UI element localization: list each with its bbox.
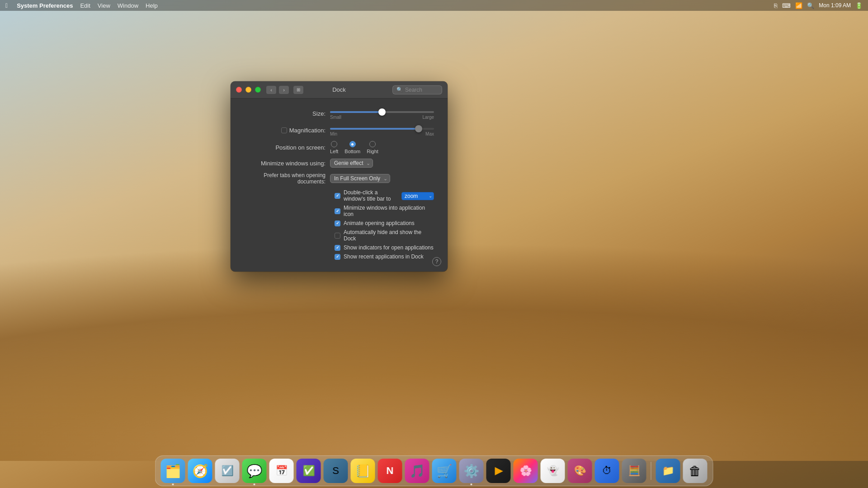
screen-mirroring-icon[interactable]: ⎘: [774, 2, 778, 9]
dock-item-appstore[interactable]: 🛒: [432, 459, 457, 483]
dock-item-affinity[interactable]: 🎨: [568, 459, 592, 483]
menubar-window[interactable]: Window: [118, 2, 138, 9]
position-left-option[interactable]: Left: [330, 141, 338, 154]
apple-menu[interactable]: : [5, 2, 8, 9]
maximize-button[interactable]: [255, 87, 261, 93]
affinity-icon: 🎨: [574, 465, 586, 477]
magnification-slider-track: [330, 128, 434, 130]
auto-hide-label: Automatically hide and show the Dock: [344, 229, 434, 242]
size-row: Size: Small Large: [244, 108, 434, 120]
position-right-label: Right: [367, 149, 378, 154]
size-slider-thumb[interactable]: [378, 108, 386, 116]
minimize-control: Genie effect Scale effect: [330, 159, 434, 168]
messages-dot: [254, 483, 255, 485]
search-input[interactable]: [405, 87, 441, 93]
magnification-slider-thumb[interactable]: [415, 125, 422, 132]
dock-item-calendar[interactable]: 📅: [269, 459, 294, 483]
show-recent-label: Show recent applications in Dock: [344, 253, 424, 260]
search-box[interactable]: 🔍: [392, 85, 442, 94]
magnification-max-label: Max: [425, 131, 434, 136]
prefer-tabs-select-wrapper: Always In Full Screen Only Manually: [330, 174, 390, 183]
position-bottom-option[interactable]: Bottom: [344, 141, 360, 154]
auto-hide-row: Automatically hide and show the Dock: [335, 229, 434, 242]
sysprefs-icon: ⚙️: [463, 464, 479, 479]
keyboard-icon[interactable]: ⌨: [782, 2, 791, 9]
grid-view-button[interactable]: ⊞: [293, 86, 303, 94]
minimize-select-wrapper: Genie effect Scale effect: [330, 159, 373, 168]
position-right-option[interactable]: Right: [367, 141, 378, 154]
size-slider-container: Small Large: [330, 108, 434, 120]
position-bottom-radio[interactable]: [349, 141, 356, 147]
magnification-slider-fill: [330, 128, 419, 130]
zoom-select[interactable]: zoom minimize: [401, 192, 434, 200]
menubar-time: Mon 1:09 AM: [819, 2, 851, 9]
position-row: Position on screen: Left Bottom: [244, 141, 434, 154]
minimize-select[interactable]: Genie effect Scale effect: [330, 159, 373, 168]
wifi-icon[interactable]: 📶: [795, 2, 802, 9]
forward-button[interactable]: ›: [279, 86, 289, 94]
show-recent-row: Show recent applications in Dock: [335, 253, 434, 260]
dock-item-trash[interactable]: 🗑: [683, 459, 708, 483]
double-click-label: Double-click a window's title bar to: [344, 189, 393, 202]
dock-item-safari[interactable]: 🧭: [188, 459, 212, 483]
size-max-label: Large: [422, 115, 434, 120]
dock-item-news[interactable]: N: [378, 459, 402, 483]
position-left-label: Left: [330, 149, 338, 154]
dock-item-finder[interactable]: 🗂️: [161, 459, 185, 483]
animate-opening-checkbox[interactable]: [335, 221, 340, 226]
dock-item-smartftp[interactable]: 📁: [656, 459, 680, 483]
dock-item-sublime[interactable]: S: [324, 459, 348, 483]
menubar-help[interactable]: Help: [146, 2, 158, 9]
help-button[interactable]: ?: [432, 257, 441, 266]
menubar-edit[interactable]: Edit: [80, 2, 90, 9]
window-controls: [236, 87, 261, 93]
show-indicators-checkbox[interactable]: [335, 245, 340, 251]
magnification-checkbox[interactable]: [281, 127, 287, 133]
omnifocus-icon: ✅: [302, 465, 315, 477]
dock-item-notes[interactable]: 📒: [351, 459, 375, 483]
magnification-min-label: Min: [330, 131, 337, 136]
position-control: Left Bottom Right: [330, 141, 434, 154]
menubar-left:  System Preferences Edit View Window He…: [5, 2, 158, 9]
dock-item-tasks[interactable]: ☑️: [215, 459, 240, 483]
tasks-icon: ☑️: [221, 465, 233, 477]
show-indicators-row: Show indicators for open applications: [335, 244, 434, 251]
notes-icon: 📒: [355, 464, 371, 479]
safari-icon: 🧭: [192, 464, 208, 479]
menubar-app-name[interactable]: System Preferences: [17, 2, 73, 9]
show-recent-checkbox[interactable]: [335, 254, 340, 260]
minimize-app-icon-checkbox[interactable]: [335, 208, 340, 214]
minimize-app-icon-row: Minimize windows into application icon: [335, 205, 434, 217]
back-button[interactable]: ‹: [266, 86, 276, 94]
dock-item-timing[interactable]: ⏱: [595, 459, 619, 483]
position-left-radio[interactable]: [331, 141, 337, 147]
prefer-tabs-label: Prefer tabs when opening documents:: [244, 172, 330, 185]
battery-icon[interactable]: 🔋: [855, 2, 863, 9]
minimize-button[interactable]: [245, 87, 251, 93]
animate-opening-row: Animate opening applications: [335, 220, 434, 226]
menubar:  System Preferences Edit View Window He…: [0, 0, 868, 11]
dock-item-paparazzi[interactable]: 👻: [541, 459, 565, 483]
double-click-row: Double-click a window's title bar to zoo…: [335, 189, 434, 202]
dock-item-sysprefs[interactable]: ⚙️: [459, 459, 484, 483]
dock-item-itunes[interactable]: 🎵: [405, 459, 429, 483]
prefer-tabs-select[interactable]: Always In Full Screen Only Manually: [330, 174, 390, 183]
search-menubar-icon[interactable]: 🔍: [807, 2, 814, 9]
window-content: Size: Small Large: [231, 99, 448, 272]
menubar-view[interactable]: View: [98, 2, 110, 9]
dock-item-messages[interactable]: 💬: [242, 459, 267, 483]
window-nav: ‹ › ⊞: [266, 86, 303, 94]
dock-item-finalcut[interactable]: ▶: [486, 459, 511, 483]
dock-item-omnifocus[interactable]: ✅: [297, 459, 321, 483]
close-button[interactable]: [236, 87, 242, 93]
magnification-label-container: Magnification:: [244, 127, 330, 134]
position-label: Position on screen:: [244, 144, 330, 151]
double-click-checkbox[interactable]: [335, 193, 340, 199]
auto-hide-checkbox[interactable]: [335, 233, 340, 239]
dock-item-photos[interactable]: 🌸: [514, 459, 538, 483]
news-icon: N: [387, 465, 394, 477]
position-right-radio[interactable]: [369, 141, 376, 147]
position-bottom-label: Bottom: [344, 149, 360, 154]
dock-item-calculator[interactable]: 🧮: [622, 459, 646, 483]
calculator-icon: 🧮: [628, 465, 640, 477]
